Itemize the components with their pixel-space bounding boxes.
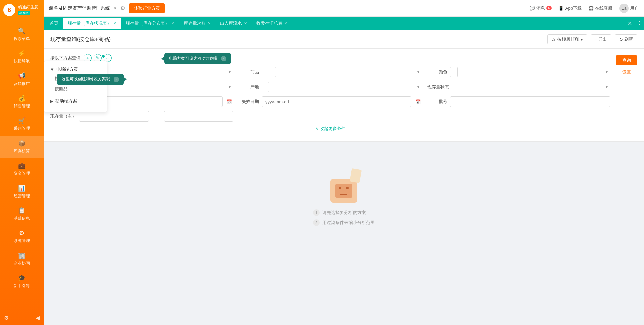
origin-select[interactable] bbox=[262, 82, 269, 92]
page-header: 现存量查询(按仓库+商品) 🖨 按模板打印 ▾ ↑ 导出 ↻ 刷新 bbox=[44, 30, 644, 49]
expire-date-label: 失效日期 bbox=[239, 99, 259, 105]
header-left: 装备及固定资产辅助管理系统 ▾ ⚙ 体验行业方案 bbox=[49, 3, 165, 13]
sales-icon: 💰 bbox=[18, 95, 25, 102]
sidebar-bottom: ⚙ ◀ bbox=[0, 311, 44, 325]
tab-inventory-status[interactable]: 现存量（库存状况表） ✕ bbox=[63, 18, 121, 29]
tab-expand-btn[interactable]: ⛶ bbox=[635, 20, 640, 26]
empty-illustration bbox=[324, 169, 364, 203]
tab-bar: 首页 现存量（库存状况表） ✕ 现存量（库存分布表） ✕ 库存批次账 ✕ 出入库… bbox=[44, 17, 644, 30]
tab-close-collect-summary[interactable]: ✕ bbox=[284, 21, 287, 26]
scheme-group-mobile-header[interactable]: ▶ 移动端方案 bbox=[48, 97, 103, 105]
scheme-panel: ▼ 电脑端方案 按照品 按照品 ▶ 移动端方案 bbox=[44, 61, 107, 112]
filter-row-3: 生产日期 📅 失效日期 📅 批号 bbox=[50, 96, 610, 107]
tooltip1-close-btn[interactable]: × bbox=[221, 56, 226, 61]
empty-step-2: 2 用过滤条件来缩小分析范围 bbox=[313, 219, 375, 226]
sidebar-item-operations[interactable]: 📊 经营管理 bbox=[0, 180, 44, 203]
user-avatar: Ea bbox=[619, 4, 629, 13]
goods-label: 商品 bbox=[239, 69, 259, 75]
filter-header-label: 按以下方案查询 bbox=[50, 55, 81, 61]
tab-in-out-flow[interactable]: 出入库流水 ✕ bbox=[215, 18, 252, 29]
search-btn[interactable]: 查询 bbox=[616, 55, 637, 65]
export-btn[interactable]: ↑ 导出 bbox=[591, 34, 612, 44]
goods-select[interactable] bbox=[269, 67, 276, 77]
refresh-btn[interactable]: ↻ 刷新 bbox=[615, 34, 637, 44]
tab-collect-summary[interactable]: 收发存汇总表 ✕ bbox=[252, 18, 292, 29]
step-1-num: 1 bbox=[313, 209, 320, 216]
tab-inventory-dist[interactable]: 现存量（库存分布表） ✕ bbox=[121, 18, 179, 29]
tab-close-inventory-status[interactable]: ✕ bbox=[113, 21, 116, 26]
sidebar-item-assets[interactable]: 💼 资金管理 bbox=[0, 158, 44, 180]
highlight-dot bbox=[101, 54, 105, 58]
batch-no-input[interactable] bbox=[450, 96, 610, 107]
sidebar-item-guide[interactable]: 🎓 新手引导 bbox=[0, 270, 44, 293]
collapse-btn[interactable]: ∧ 收起更多条件 bbox=[50, 122, 610, 136]
empty-state: 1 请先选择要分析的方案 2 用过滤条件来缩小分析范围 bbox=[44, 142, 644, 253]
scheme-group-mobile: ▶ 移动端方案 bbox=[48, 97, 103, 105]
assets-icon: 💼 bbox=[18, 162, 25, 169]
filter-row-4: 现存量（主） — bbox=[50, 111, 610, 122]
sidebar-item-inventory[interactable]: 📦 库存核算 bbox=[0, 136, 44, 158]
online-support-item[interactable]: 🎧 在线客服 bbox=[588, 5, 612, 11]
stock-status-select[interactable] bbox=[452, 82, 459, 92]
sidebar-item-purchase[interactable]: 🛒 采购管理 bbox=[0, 113, 44, 136]
filter-header: 按以下方案查询 + ✎ ← bbox=[50, 54, 610, 62]
print-icon: 🖨 bbox=[552, 37, 556, 42]
sidebar-item-quick-nav[interactable]: ⚡ 快捷导航 bbox=[0, 46, 44, 68]
filter-row-1: 仓库 ··· 商品 ··· bbox=[50, 67, 610, 77]
logo-area: 6 畅通好生意 标准版 bbox=[0, 0, 44, 20]
quick-nav-icon: ⚡ bbox=[18, 50, 25, 57]
tooltip2-close-btn[interactable]: × bbox=[114, 77, 119, 82]
logo-badge: 标准版 bbox=[18, 11, 30, 15]
enterprise-icon: 🏢 bbox=[18, 252, 25, 259]
sidebar-item-sales[interactable]: 💰 销售管理 bbox=[0, 91, 44, 113]
phone-icon: 📱 bbox=[558, 6, 564, 11]
tab-close-all-btn[interactable]: ✕ bbox=[628, 20, 632, 27]
template-print-btn[interactable]: 🖨 按模板打印 ▾ bbox=[547, 34, 587, 44]
stock-status-label: 现存量状态 bbox=[427, 84, 449, 90]
sidebar-item-system[interactable]: ⚙ 系统管理 bbox=[0, 225, 44, 248]
color-select[interactable] bbox=[450, 67, 458, 77]
expire-date-calendar-icon[interactable]: 📅 bbox=[414, 99, 422, 104]
goods-dots: ··· bbox=[262, 69, 266, 75]
settings-btn[interactable]: 设置 bbox=[616, 67, 637, 77]
step-2-num: 2 bbox=[313, 219, 320, 226]
page-title: 现存量查询(按仓库+商品) bbox=[50, 36, 111, 43]
app-download-item[interactable]: 📱 App下载 bbox=[558, 5, 582, 11]
tooltip-create-scheme: 这里可以创建和修改方案哦 × bbox=[57, 74, 124, 85]
system-name-dropdown-icon[interactable]: ▾ bbox=[114, 6, 116, 11]
scheme-group-desktop-header[interactable]: ▼ 电脑端方案 bbox=[48, 65, 103, 74]
filter-batch-no: 批号 bbox=[427, 96, 610, 107]
filter-row-2: 尺码 产地 现存量状态 bbox=[50, 82, 610, 92]
expire-date-input[interactable] bbox=[262, 96, 411, 107]
page-actions: 🖨 按模板打印 ▾ ↑ 导出 ↻ 刷新 bbox=[547, 34, 638, 44]
tab-batch-account[interactable]: 库存批次账 ✕ bbox=[179, 18, 215, 29]
stock-main-to-input[interactable] bbox=[164, 111, 234, 122]
sidebar-item-enterprise[interactable]: 🏢 企业协同 bbox=[0, 248, 44, 270]
header-settings-icon[interactable]: ⚙ bbox=[120, 5, 125, 11]
scheme-mobile-arrow: ▶ bbox=[50, 99, 53, 104]
filter-color: 颜色 bbox=[427, 67, 610, 77]
empty-text: 1 请先选择要分析的方案 2 用过滤条件来缩小分析范围 bbox=[313, 209, 375, 226]
scheme-desktop-arrow: ▼ bbox=[50, 67, 54, 72]
tab-home[interactable]: 首页 bbox=[45, 18, 63, 29]
prod-date-calendar-icon[interactable]: 📅 bbox=[225, 99, 233, 104]
tab-close-batch-account[interactable]: ✕ bbox=[208, 21, 211, 26]
sidebar-settings-icon[interactable]: ⚙ bbox=[4, 315, 9, 321]
tab-close-in-out-flow[interactable]: ✕ bbox=[244, 21, 247, 26]
tab-bar-right: ✕ ⛶ bbox=[628, 20, 643, 27]
scheme-item-2[interactable]: 按照品 bbox=[48, 84, 103, 94]
guide-icon: 🎓 bbox=[18, 274, 25, 282]
tab-close-inventory-dist[interactable]: ✕ bbox=[171, 21, 174, 26]
sidebar-item-marketing[interactable]: 📢 营销推广 bbox=[0, 68, 44, 91]
user-item[interactable]: Ea 用户 bbox=[619, 4, 639, 13]
notice-item[interactable]: 💬 消息 6 bbox=[530, 5, 552, 11]
sidebar-nav: 🔍 搜索菜单 ⚡ 快捷导航 📢 营销推广 💰 销售管理 🛒 采购管理 📦 库存核… bbox=[0, 20, 44, 311]
stock-main-from-input[interactable] bbox=[79, 111, 149, 122]
sidebar-item-search-menu[interactable]: 🔍 搜索菜单 bbox=[0, 23, 44, 46]
sidebar-collapse-icon[interactable]: ◀ bbox=[36, 315, 40, 321]
basic-info-icon: 📋 bbox=[18, 207, 25, 214]
edit-icon: ✎ bbox=[96, 55, 100, 61]
search-menu-icon: 🔍 bbox=[18, 27, 25, 35]
sidebar-item-basic-info[interactable]: 📋 基础信息 bbox=[0, 203, 44, 225]
industry-btn[interactable]: 体验行业方案 bbox=[129, 3, 165, 13]
